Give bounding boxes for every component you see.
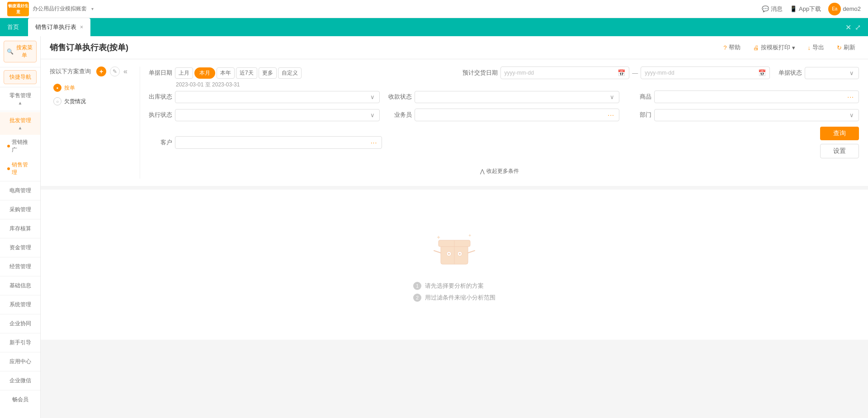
collapse-panel-button[interactable]: «: [123, 67, 127, 76]
sales-label: 销售管理: [12, 161, 33, 176]
collapse-more-button[interactable]: ⋀ 收起更多条件: [476, 164, 523, 179]
sidebar-divider-11: [0, 352, 40, 352]
sidebar: 🔍 搜索菜单 快捷导航 零售管理 ▲ 批发管理 ▲ 营销推广 销售管理: [0, 36, 41, 418]
search-menu-button[interactable]: 🔍 搜索菜单: [4, 41, 37, 62]
svg-point-6: [459, 253, 461, 255]
sidebar-divider-5: [0, 238, 40, 238]
sidebar-item-operations[interactable]: 经营管理: [0, 258, 40, 275]
app-download-button[interactable]: 📱 App下载: [790, 5, 821, 13]
last-7-days-btn[interactable]: 近7天: [236, 67, 257, 79]
date-label: 单据日期: [147, 69, 172, 77]
window-close-icon[interactable]: ✕: [845, 23, 851, 32]
custom-date-btn[interactable]: 自定义: [278, 67, 302, 79]
dept-select[interactable]: ∨: [654, 109, 859, 121]
search-button[interactable]: 查询: [820, 127, 859, 140]
sidebar-divider-8: [0, 295, 40, 295]
goods-input[interactable]: ···: [654, 90, 859, 103]
sidebar-item-inventory[interactable]: 库存核算: [0, 220, 40, 237]
sidebar-item-enterprise[interactable]: 企业协同: [0, 315, 40, 332]
svg-line-10: [468, 251, 475, 253]
sidebar-item-appstore[interactable]: 应用中心: [0, 353, 40, 370]
window-expand-icon[interactable]: ⤢: [855, 23, 861, 32]
sidebar-divider-10: [0, 333, 40, 333]
settings-button[interactable]: 设置: [820, 144, 859, 158]
user-profile[interactable]: Ea demo2: [828, 3, 861, 15]
quick-nav-label: 快捷导航: [9, 73, 31, 81]
dept-label: 部门: [627, 111, 651, 119]
refresh-label: 刷新: [844, 43, 855, 52]
operations-label: 经营管理: [9, 263, 31, 271]
more-date-btn[interactable]: 更多: [259, 67, 277, 79]
edit-scheme-button[interactable]: ✎: [110, 66, 120, 76]
sidebar-item-finance[interactable]: 资金管理: [0, 239, 40, 256]
payment-status-select[interactable]: ∨: [415, 91, 619, 103]
sidebar-item-sales[interactable]: 销售管理: [0, 157, 40, 180]
search-action-column: 查询 设置: [820, 127, 859, 158]
dept-chevron: ∨: [849, 112, 854, 119]
sidebar-item-ecommerce[interactable]: 电商管理: [0, 182, 40, 199]
ship-status-group: 出库状态 ∨: [147, 90, 380, 103]
sidebar-divider-2: [0, 181, 40, 181]
message-button[interactable]: 💬 消息: [762, 5, 783, 13]
customer-input[interactable]: ···: [175, 136, 382, 149]
refresh-button[interactable]: ↻ 刷新: [833, 42, 859, 53]
exec-status-group: 执行状态 ∨: [147, 109, 380, 121]
app-title: 办公用品行业模拟账套: [33, 5, 87, 13]
tab-close-icon[interactable]: ×: [80, 24, 83, 30]
sidebar-divider-6: [0, 257, 40, 257]
doc-status-select[interactable]: ∨: [805, 67, 859, 79]
sidebar-item-purchase[interactable]: 采购管理: [0, 201, 40, 218]
page-actions: ? 帮助 🖨 按模板打印 ▾ ↓ 导出 ↻ 刷新: [720, 42, 859, 53]
app-dropdown-icon[interactable]: ▾: [91, 6, 94, 11]
expected-date-end[interactable]: yyyy-mm-dd 📅: [641, 66, 770, 79]
tab-home[interactable]: 首页: [0, 18, 26, 36]
last-month-btn[interactable]: 上月: [175, 67, 193, 79]
scheme-order-label: 按单: [64, 84, 75, 92]
svg-text:✦: ✦: [436, 234, 441, 241]
sidebar-item-retail[interactable]: 零售管理 ▲: [0, 87, 40, 110]
empty-hint: 1 请先选择要分析的方案 2 用过滤条件来缩小分析范围: [413, 280, 495, 304]
help-icon: ?: [723, 44, 726, 51]
search-menu-label: 搜索菜单: [15, 44, 33, 59]
this-year-btn[interactable]: 本年: [217, 67, 235, 79]
refresh-icon: ↻: [837, 44, 842, 51]
hint-num-2: 2: [413, 294, 421, 302]
scheme-debt-label: 欠货情况: [64, 98, 86, 105]
sidebar-item-system[interactable]: 系统管理: [0, 296, 40, 313]
salesperson-input[interactable]: ···: [415, 109, 619, 121]
export-label: 导出: [812, 43, 824, 52]
message-label: 消息: [771, 5, 783, 13]
action-buttons-area: 查询 设置: [389, 127, 859, 158]
sidebar-item-wholesale[interactable]: 批发管理 ▲: [0, 112, 40, 135]
scheme-order[interactable]: ● 按单: [53, 82, 132, 94]
sidebar-item-newbie[interactable]: 新手引导: [0, 334, 40, 351]
exec-status-select[interactable]: ∨: [175, 109, 380, 121]
empty-state: ✦ ✦ 1 请先选择要分析的方案 2 用过滤条件来缩小分析范围: [41, 190, 868, 340]
print-button[interactable]: 🖨 按模板打印 ▾: [750, 42, 799, 53]
purchase-label: 采购管理: [9, 206, 31, 214]
salesperson-label: 业务员: [387, 111, 412, 119]
salesperson-group: 业务员 ···: [387, 109, 619, 121]
sales-dot: [7, 167, 10, 170]
sidebar-item-base[interactable]: 基础信息: [0, 277, 40, 294]
expected-date-start[interactable]: yyyy-mm-dd 📅: [500, 66, 630, 79]
help-button[interactable]: ? 帮助: [720, 42, 744, 53]
add-scheme-button[interactable]: +: [96, 66, 106, 76]
sidebar-item-wechat[interactable]: 企业微信: [0, 372, 40, 389]
this-month-btn[interactable]: 本月: [194, 67, 215, 79]
print-dropdown-icon[interactable]: ▾: [792, 44, 795, 51]
base-label: 基础信息: [9, 282, 31, 290]
quick-nav-button[interactable]: 快捷导航: [4, 70, 37, 84]
sidebar-item-marketing[interactable]: 营销推广: [0, 135, 40, 157]
sidebar-item-member[interactable]: 畅会员: [0, 391, 40, 408]
filter-right-panel: 单据日期 上月 本月 本年 近7天 更多 自定义 2023-03-01 至 20…: [140, 66, 859, 179]
exec-status-label: 执行状态: [147, 111, 172, 119]
hint-text-1: 请先选择要分析的方案: [425, 280, 484, 292]
filter-section: 按以下方案查询 + ✎ « ● 按单: [41, 59, 868, 186]
customer-group: 客户 ···: [147, 127, 382, 158]
sidebar-search-section: 🔍 搜索菜单: [0, 36, 40, 67]
export-button[interactable]: ↓ 导出: [804, 42, 828, 53]
ship-status-select[interactable]: ∨: [175, 91, 380, 103]
tab-sales-order[interactable]: 销售订单执行表 ×: [28, 18, 90, 36]
scheme-debt[interactable]: ○ 欠货情况: [53, 95, 132, 107]
